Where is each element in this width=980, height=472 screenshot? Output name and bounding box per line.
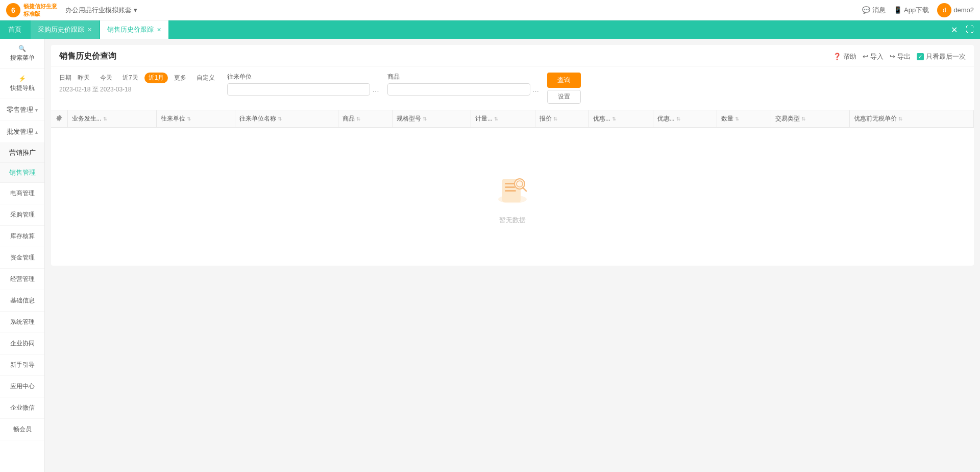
sidebar-item-purchase[interactable]: 采购管理 <box>0 204 44 226</box>
export-button[interactable]: ↪ 导出 <box>890 52 911 61</box>
sort-icon: ⇅ <box>735 116 739 122</box>
sort-icon: ⇅ <box>494 116 498 122</box>
sort-icon: ⇅ <box>801 116 805 122</box>
chevron-down-icon: ▾ <box>35 107 38 113</box>
data-table: 业务发生... ⇅ 往来单位 ⇅ <box>51 110 974 128</box>
table-container: 业务发生... ⇅ 往来单位 ⇅ <box>51 110 974 266</box>
customer-input[interactable] <box>227 83 370 96</box>
sidebar-item-sales-mgmt[interactable]: 销售管理 <box>0 163 44 183</box>
app-download-button[interactable]: 📱 App下载 <box>894 6 929 15</box>
message-icon: 💬 <box>862 6 870 14</box>
checkbox-checked-icon: ✓ <box>917 53 924 60</box>
user-menu[interactable]: d demo2 <box>937 3 974 17</box>
svg-rect-3 <box>505 186 515 188</box>
th-pretax-price[interactable]: 优惠前无税单价 ⇅ <box>849 110 973 128</box>
filter-area: 日期 昨天 今天 近7天 近1月 更多 自定义 2023-02-18 至 202… <box>51 66 974 110</box>
sidebar-item-search[interactable]: 🔍 搜索菜单 <box>0 39 44 69</box>
sidebar-item-marketing[interactable]: 营销推广 <box>0 143 44 163</box>
product-picker-button[interactable]: ... <box>532 85 539 94</box>
th-product[interactable]: 商品 ⇅ <box>338 110 392 128</box>
th-spec[interactable]: 规格型号 ⇅ <box>392 110 471 128</box>
customer-label: 往来单位 <box>227 73 379 81</box>
sidebar-item-operations[interactable]: 经营管理 <box>0 269 44 290</box>
date-btn-custom[interactable]: 自定义 <box>192 73 219 83</box>
table-header-row: 业务发生... ⇅ 往来单位 ⇅ <box>51 110 974 128</box>
message-button[interactable]: 💬 消息 <box>862 6 886 15</box>
top-bar-left: 6 畅捷信好生意 标准版 办公用品行业模拟账套 ▾ <box>6 3 141 17</box>
sidebar-item-inventory[interactable]: 库存核算 <box>0 226 44 247</box>
th-transaction-type[interactable]: 交易类型 ⇅ <box>771 110 849 128</box>
app-selector[interactable]: 办公用品行业模拟账套 ▾ <box>61 4 141 17</box>
sort-icon: ⇅ <box>187 116 191 122</box>
sidebar-item-ecommerce[interactable]: 电商管理 <box>0 183 44 204</box>
th-partner-code[interactable]: 往来单位 ⇅ <box>156 110 235 128</box>
th-business-date[interactable]: 业务发生... ⇅ <box>67 110 156 128</box>
date-label: 日期 <box>59 74 71 82</box>
sidebar-item-basic-info[interactable]: 基础信息 <box>0 290 44 312</box>
sidebar-item-quick-nav[interactable]: ⚡ 快捷导航 <box>0 69 44 99</box>
chevron-down-icon: ▾ <box>134 6 137 14</box>
top-bar: 6 畅捷信好生意 标准版 办公用品行业模拟账套 ▾ 💬 消息 📱 App下载 d… <box>0 0 980 20</box>
th-settings[interactable] <box>51 110 67 128</box>
sidebar-item-member[interactable]: 畅会员 <box>0 419 44 440</box>
tab-close-purchase[interactable]: ✕ <box>87 27 92 33</box>
tab-purchase-history[interactable]: 采购历史价跟踪 ✕ <box>31 20 99 39</box>
search-icon: 🔍 <box>18 45 26 52</box>
sidebar-item-app-center[interactable]: 应用中心 <box>0 376 44 397</box>
help-icon: ❓ <box>833 53 841 60</box>
settings-button[interactable]: 设置 <box>547 90 581 104</box>
customer-filter-group: 往来单位 ... <box>227 73 379 96</box>
date-btn-7days[interactable]: 近7天 <box>118 73 142 83</box>
product-input-row: ... <box>387 83 539 96</box>
import-icon: ↩ <box>863 53 868 60</box>
date-btn-more[interactable]: 更多 <box>170 73 190 83</box>
tab-maximize-button[interactable]: ⛶ <box>964 23 976 36</box>
sort-icon: ⇅ <box>356 116 360 122</box>
tab-bar: 首页 采购历史价跟踪 ✕ 销售历史价跟踪 ✕ ✕ ⛶ <box>0 20 980 39</box>
date-range-text: 2023-02-18 至 2023-03-18 <box>59 85 219 94</box>
date-btn-today[interactable]: 今天 <box>96 73 116 83</box>
avatar: d <box>937 3 951 17</box>
product-input[interactable] <box>387 83 530 96</box>
only-last-checkbox[interactable]: ✓ 只看最后一次 <box>917 52 966 61</box>
sidebar-item-system[interactable]: 系统管理 <box>0 312 44 333</box>
date-btn-1month[interactable]: 近1月 <box>144 73 168 83</box>
th-unit[interactable]: 计量... ⇅ <box>471 110 535 128</box>
sort-icon: ⇅ <box>278 116 282 122</box>
th-discount2[interactable]: 优惠... ⇅ <box>653 110 717 128</box>
date-btn-yesterday[interactable]: 昨天 <box>74 73 94 83</box>
th-quantity[interactable]: 数量 ⇅ <box>717 110 771 128</box>
sort-icon: ⇅ <box>103 116 107 122</box>
sidebar-item-retail[interactable]: 零售管理 ▾ <box>0 99 44 121</box>
th-partner-name[interactable]: 往来单位名称 ⇅ <box>235 110 338 128</box>
date-filter-group: 日期 昨天 今天 近7天 近1月 更多 自定义 2023-02-18 至 202… <box>59 73 219 94</box>
page-header-actions: ❓ 帮助 ↩ 导入 ↪ 导出 ✓ 只看最后一次 <box>833 52 966 61</box>
svg-line-6 <box>523 187 526 191</box>
customer-input-row: ... <box>227 83 379 96</box>
sidebar-item-wholesale[interactable]: 批发管理 ▴ <box>0 121 44 143</box>
svg-rect-4 <box>505 190 516 192</box>
top-bar-right: 💬 消息 📱 App下载 d demo2 <box>862 3 974 17</box>
page-header: 销售历史价查询 ❓ 帮助 ↩ 导入 ↪ 导出 <box>51 45 974 66</box>
content-area: 销售历史价查询 ❓ 帮助 ↩ 导入 ↪ 导出 <box>45 39 980 472</box>
tab-home[interactable]: 首页 <box>0 20 30 39</box>
sidebar-item-finance[interactable]: 资金管理 <box>0 247 44 269</box>
tab-close-all-button[interactable]: ✕ <box>949 23 960 37</box>
sort-icon: ⇅ <box>676 116 680 122</box>
empty-state: 暂无数据 <box>51 128 974 266</box>
tab-sales-history[interactable]: 销售历史价跟踪 ✕ <box>100 20 168 39</box>
help-button[interactable]: ❓ 帮助 <box>833 52 856 61</box>
sidebar-item-enterprise-wechat[interactable]: 企业微信 <box>0 397 44 419</box>
logo-icon: 6 <box>6 3 20 17</box>
th-discount1[interactable]: 优惠... ⇅ <box>589 110 653 128</box>
sort-icon: ⇅ <box>423 116 427 122</box>
th-price[interactable]: 报价 ⇅ <box>535 110 589 128</box>
tab-close-sales[interactable]: ✕ <box>157 27 161 33</box>
page-card: 销售历史价查询 ❓ 帮助 ↩ 导入 ↪ 导出 <box>51 45 974 266</box>
sidebar-item-new-guide[interactable]: 新手引导 <box>0 355 44 376</box>
page-content: 销售历史价查询 ❓ 帮助 ↩ 导入 ↪ 导出 <box>45 39 980 472</box>
sidebar-item-enterprise-collab[interactable]: 企业协同 <box>0 333 44 355</box>
customer-picker-button[interactable]: ... <box>372 85 379 94</box>
query-button[interactable]: 查询 <box>547 73 581 88</box>
import-button[interactable]: ↩ 导入 <box>863 52 884 61</box>
